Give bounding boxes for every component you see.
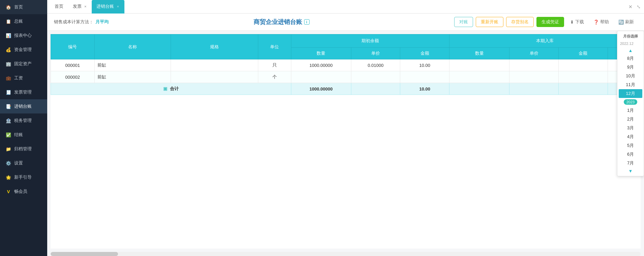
col-header-qichu: 期初余额 [291, 34, 449, 48]
cell-q2 [449, 71, 509, 83]
sidebar-item-invoice-mgmt[interactable]: 🧾 发票管理 [0, 85, 47, 99]
save-alias-button[interactable]: 存货别名 [506, 17, 534, 27]
sidebar-item-ledger[interactable]: 📋 总账 [0, 14, 47, 28]
reopen-button[interactable]: 重新开账 [476, 17, 503, 27]
total-row: ▣ 合计 1000.00000 10.00 [51, 83, 641, 95]
cell-p1: 0.01000 [351, 59, 400, 71]
month-item-2[interactable]: 2月 [617, 115, 644, 124]
col-header-unit: 单位 [258, 34, 291, 59]
toolbar-left: 销售成本计算方法： 月平均 [54, 19, 109, 25]
month-picker-year-2022: 2022.12 [617, 40, 644, 47]
cell-q1: 1000.00000 [291, 59, 351, 71]
sidebar-item-guide[interactable]: 🌟 新手引导 [0, 170, 47, 184]
col-header-name: 名称 [94, 34, 171, 59]
assets-icon: 🏢 [5, 61, 11, 67]
data-table: 编号 名称 规格 单位 期初余额 本期入库 数量 单价 金额 数量 [51, 34, 641, 95]
month-picker-panel: 月份选择 2022.12 ▲ 8月 9月 10月 11月 12月 2023 1月… [617, 31, 644, 176]
cell-id: 000002 [51, 71, 95, 83]
table-row[interactable]: 000001 前缸 只 1000.00000 0.01000 10.00 [51, 59, 641, 71]
scrollbar-thumb [51, 252, 118, 256]
cost-method-value: 月平均 [95, 19, 109, 25]
help-button[interactable]: ❓ 帮助 [590, 17, 612, 27]
horizontal-scrollbar[interactable] [51, 252, 641, 256]
cell-unit: 只 [258, 59, 291, 71]
cell-p2 [509, 71, 559, 83]
refresh-icon: 🔄 [618, 20, 624, 25]
salary-icon: 💼 [5, 75, 11, 81]
content-wrapper: 编号 名称 规格 单位 期初余额 本期入库 数量 单价 金额 数量 [47, 31, 644, 252]
year-2023-badge: 2023 [624, 99, 637, 105]
month-item-11[interactable]: 11月 [617, 80, 644, 89]
cell-unit: 个 [258, 71, 291, 83]
col-header-p2: 单价 [509, 48, 559, 59]
total-icon: ▣ [163, 86, 167, 91]
cell-name: 前缸 [94, 71, 171, 83]
total-q1: 1000.00000 [291, 83, 351, 95]
sidebar-item-salary[interactable]: 💼 工资 [0, 71, 47, 85]
cell-q1 [291, 71, 351, 83]
month-item-5[interactable]: 5月 [617, 141, 644, 150]
month-item-10[interactable]: 10月 [617, 72, 644, 80]
reconcile-button[interactable]: 对账 [454, 17, 473, 27]
toolbar-right: 对账 重新开账 存货别名 生成凭证 ⬇ 下载 ❓ 帮助 🔄 刷新 [454, 17, 637, 27]
tab-bar: 首页 发票 × 进销台账 × ✕ ⤡ [47, 0, 644, 14]
download-icon: ⬇ [570, 20, 574, 25]
purchase-sales-icon: 📑 [5, 103, 11, 109]
col-header-q2: 数量 [449, 48, 509, 59]
cell-name: 前缸 [94, 59, 171, 71]
tax-icon: 🏦 [5, 118, 11, 124]
sidebar-item-archive[interactable]: 📁 归档管理 [0, 142, 47, 156]
refresh-button[interactable]: 🔄 刷新 [615, 17, 637, 27]
col-header-id: 编号 [51, 34, 95, 59]
month-item-1[interactable]: 1月 [617, 106, 644, 115]
month-item-3[interactable]: 3月 [617, 124, 644, 132]
cell-a1: 10.00 [400, 59, 449, 71]
tab-purchase-sales-close[interactable]: × [116, 4, 119, 8]
month-item-7[interactable]: 7月 [617, 159, 644, 168]
generate-voucher-button[interactable]: 生成凭证 [536, 17, 564, 27]
tab-home[interactable]: 首页 [50, 0, 68, 14]
toolbar: 销售成本计算方法： 月平均 商贸企业进销台账 i 对账 重新开账 存货别名 生成… [47, 14, 644, 31]
reports-icon: 📊 [5, 32, 11, 39]
total-p1 [351, 83, 400, 95]
month-item-8[interactable]: 8月 [617, 54, 644, 63]
settings-icon: ⚙️ [5, 160, 11, 166]
sidebar-item-funds[interactable]: 💰 资金管理 [0, 43, 47, 57]
year-2023-row: 2023 [617, 98, 644, 106]
tab-invoice[interactable]: 发票 × [68, 0, 92, 14]
table-container[interactable]: 编号 名称 规格 单位 期初余额 本期入库 数量 单价 金额 数量 [51, 34, 641, 249]
sidebar: 🏠 首页 📋 总账 📊 报表中心 💰 资金管理 🏢 固定资产 💼 工资 🧾 发票… [0, 0, 47, 256]
sidebar-item-vip[interactable]: V 畅会员 [0, 184, 47, 199]
sidebar-item-home[interactable]: 🏠 首页 [0, 0, 47, 14]
home-icon: 🏠 [5, 4, 11, 10]
month-item-9[interactable]: 9月 [617, 63, 644, 72]
sidebar-item-assets[interactable]: 🏢 固定资产 [0, 57, 47, 71]
maximize-window-button[interactable]: ⤡ [636, 4, 641, 9]
download-button[interactable]: ⬇ 下载 [567, 17, 587, 27]
sidebar-item-tax[interactable]: 🏦 税务管理 [0, 113, 47, 128]
tab-invoice-close[interactable]: × [84, 4, 87, 8]
ledger-icon: 📋 [5, 18, 11, 24]
close-window-button[interactable]: ✕ [628, 4, 633, 9]
table-row[interactable]: 000002 前缸 个 [51, 71, 641, 83]
col-header-p1: 单价 [351, 48, 400, 59]
cell-id: 000001 [51, 59, 95, 71]
cell-p2 [509, 59, 559, 71]
cell-a2 [559, 71, 608, 83]
month-item-4[interactable]: 4月 [617, 132, 644, 141]
sidebar-item-settings[interactable]: ⚙️ 设置 [0, 156, 47, 170]
cell-a2 [559, 59, 608, 71]
total-a1: 10.00 [400, 83, 449, 95]
info-icon[interactable]: i [304, 19, 310, 25]
sidebar-item-reports[interactable]: 📊 报表中心 [0, 28, 47, 43]
month-item-6[interactable]: 6月 [617, 150, 644, 159]
sidebar-item-purchase-sales[interactable]: 📑 进销台账 [0, 99, 47, 113]
total-q2 [449, 83, 509, 95]
col-header-ruku: 本期入库 [449, 34, 641, 48]
month-picker-title: 月份选择 [617, 32, 644, 40]
sidebar-item-checkout[interactable]: ✅ 结账 [0, 128, 47, 142]
month-item-12[interactable]: 12月 [619, 89, 642, 98]
scroll-up-button[interactable]: ▲ [617, 47, 644, 54]
tab-purchase-sales[interactable]: 进销台账 × [92, 0, 124, 14]
scroll-down-button[interactable]: ▼ [617, 168, 644, 175]
